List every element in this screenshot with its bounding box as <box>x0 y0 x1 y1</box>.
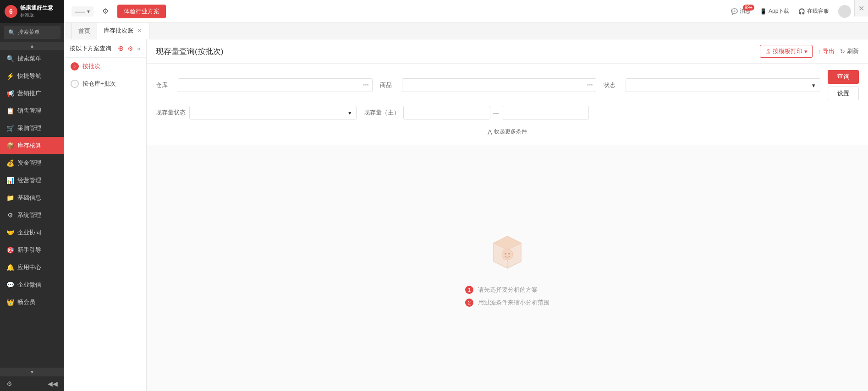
dropdown-placeholder: ▬▬ <box>75 9 85 14</box>
collapse-icon[interactable]: ◀◀ <box>48 380 58 387</box>
tab-库存批次账[interactable]: 库存批次账✕ <box>97 23 149 39</box>
collapse-btn[interactable]: ⋀ 收起更多条件 <box>488 128 527 136</box>
nav-label: 资金管理 <box>17 159 41 167</box>
nav-label: 基础信息 <box>17 194 41 202</box>
refresh-label: 刷新 <box>847 47 859 55</box>
scroll-up-arrow[interactable]: ▲ <box>0 42 64 50</box>
gear-icon: ⚙ <box>102 7 109 16</box>
stock-quantity-max[interactable] <box>502 106 589 119</box>
app-download-label: App下载 <box>769 7 789 15</box>
sidebar-item-新手引导[interactable]: 🎯 新手引导 <box>0 241 64 259</box>
step-1-text: 请先选择要分析的方案 <box>478 286 538 294</box>
nav-label: 系统管理 <box>17 211 41 219</box>
print-btn[interactable]: 🖨 按模板打印 ▾ <box>760 45 813 58</box>
topbar: ▬▬ ▾ ⚙ 体验行业方案 💬 消息 99+ 📱 App下载 🎧 在线客服 <box>64 0 868 23</box>
step-2-text: 用过滤条件来缩小分析范围 <box>478 299 549 307</box>
sidebar-search[interactable]: 🔍 搜索菜单 <box>4 26 60 39</box>
sidebar-item-营销推广[interactable]: 📢 营销推广 <box>0 85 64 102</box>
nav-icon: 💰 <box>6 159 14 167</box>
nav-label: 采购管理 <box>17 124 41 132</box>
sidebar-item-基础信息[interactable]: 📁 基础信息 <box>0 189 64 206</box>
refresh-btn[interactable]: ↻ 刷新 <box>840 47 859 55</box>
message-badge: 99+ <box>743 5 754 11</box>
left-panel-actions: ⊕ ⚙ « <box>118 44 141 53</box>
settings-icon[interactable]: ⚙ <box>6 380 12 387</box>
sidebar-item-应用中心[interactable]: 🔔 应用中心 <box>0 259 64 276</box>
left-panel-title: 按以下方案查询 <box>70 44 111 53</box>
svg-point-5 <box>508 253 510 255</box>
nav-label: 快捷导航 <box>17 72 41 80</box>
chevron-down-icon: ▾ <box>812 82 815 89</box>
chevron-down-icon: ▾ <box>87 8 90 15</box>
stock-status-label: 现存量状态 <box>156 109 186 117</box>
nav-icon: 📁 <box>6 194 14 201</box>
product-input[interactable] <box>402 78 597 92</box>
scroll-down-arrow[interactable]: ▼ <box>0 368 64 376</box>
nav-label: 应用中心 <box>17 263 41 272</box>
phone-icon: 📱 <box>760 8 767 15</box>
warehouse-input[interactable] <box>178 78 373 92</box>
sidebar-item-资金管理[interactable]: 💰 资金管理 <box>0 154 64 172</box>
plan-item-按批次[interactable]: ○ 按批次 <box>64 58 146 75</box>
sidebar-item-库存核算[interactable]: 📦 库存核算 <box>0 137 64 154</box>
settings-btn[interactable]: 设置 <box>828 87 859 100</box>
sidebar-item-企业微信[interactable]: 💬 企业微信 <box>0 276 64 293</box>
online-service-btn[interactable]: 🎧 在线客服 <box>798 7 829 15</box>
page-header-actions: 🖨 按模板打印 ▾ ↑ 导出 ↻ 刷新 <box>760 45 859 58</box>
sidebar-item-企业协同[interactable]: 🤝 企业协同 <box>0 224 64 241</box>
page-title: 现存量查询(按批次) <box>156 46 223 57</box>
topbar-dropdown[interactable]: ▬▬ ▾ <box>71 6 93 16</box>
collapse-label: 收起更多条件 <box>494 128 527 136</box>
plan-item-按仓库+批次[interactable]: ○ 按仓库+批次 <box>64 75 146 92</box>
query-btn[interactable]: 查询 <box>828 70 859 84</box>
sidebar-item-系统管理[interactable]: ⚙ 系统管理 <box>0 206 64 224</box>
product-label: 商品 <box>380 81 398 89</box>
status-select[interactable]: ▾ <box>626 78 820 92</box>
sidebar: 6 畅康通好生意 标准版 🔍 搜索菜单 ▲ 🔍 搜索菜单 ⚡ 快捷导航 📢 营销… <box>0 0 64 391</box>
collapse-left-btn[interactable]: « <box>137 45 141 52</box>
avatar <box>838 5 851 18</box>
nav-label: 经营管理 <box>17 176 41 185</box>
page-header: 现存量查询(按批次) 🖨 按模板打印 ▾ ↑ 导出 ↻ 刷新 <box>147 39 868 64</box>
online-service-label: 在线客服 <box>807 7 829 15</box>
tab-label: 首页 <box>78 27 90 35</box>
down-icon: ▼ <box>30 369 34 375</box>
empty-state: 1 请先选择要分析的方案 2 用过滤条件来缩小分析范围 <box>147 145 868 391</box>
stock-quantity-range: — <box>403 106 589 119</box>
sidebar-item-畅会员[interactable]: 👑 畅会员 <box>0 293 64 311</box>
edit-plan-btn[interactable]: ⚙ <box>127 45 133 52</box>
empty-step-1: 1 请先选择要分析的方案 <box>465 286 549 294</box>
stock-status-select[interactable]: ▾ <box>189 106 357 119</box>
trial-btn[interactable]: 体验行业方案 <box>117 5 166 18</box>
tab-close-btn[interactable]: ✕ <box>136 27 143 35</box>
topbar-settings-btn[interactable]: ⚙ <box>99 5 112 18</box>
stock-quantity-min[interactable] <box>403 106 490 119</box>
export-btn[interactable]: ↑ 导出 <box>818 47 835 55</box>
nav-label: 销售管理 <box>17 107 41 115</box>
tabbar: 首页库存批次账✕ ✕ <box>64 23 868 39</box>
sidebar-item-经营管理[interactable]: 📊 经营管理 <box>0 172 64 189</box>
up-icon: ▲ <box>30 43 34 49</box>
nav-icon: 📋 <box>6 107 14 114</box>
sidebar-item-搜索菜单[interactable]: 🔍 搜索菜单 <box>0 50 64 67</box>
close-panel-btn[interactable]: ✕ <box>854 0 868 16</box>
main-content: ▬▬ ▾ ⚙ 体验行业方案 💬 消息 99+ 📱 App下载 🎧 在线客服 <box>64 0 868 391</box>
sidebar-item-销售管理[interactable]: 📋 销售管理 <box>0 102 64 119</box>
warehouse-dots-icon: ••• <box>363 82 369 88</box>
sidebar-item-采购管理[interactable]: 🛒 采购管理 <box>0 119 64 137</box>
chevron-down-icon: ▾ <box>804 48 808 55</box>
sidebar-nav: 🔍 搜索菜单 ⚡ 快捷导航 📢 营销推广 📋 销售管理 🛒 采购管理 📦 库存核… <box>0 50 64 368</box>
add-plan-btn[interactable]: ⊕ <box>118 44 124 53</box>
nav-icon: 🛒 <box>6 125 14 132</box>
nav-label: 营销推广 <box>17 89 41 98</box>
tab-首页[interactable]: 首页 <box>71 23 97 39</box>
app-download-btn[interactable]: 📱 App下载 <box>760 7 789 15</box>
stock-status-filter: 现存量状态 ▾ <box>156 106 357 119</box>
nav-icon: 📊 <box>6 177 14 184</box>
nav-icon: 💬 <box>6 281 14 288</box>
filter-row-1: 仓库 ••• 商品 ••• 状态 <box>156 70 859 100</box>
sidebar-item-快捷导航[interactable]: ⚡ 快捷导航 <box>0 67 64 85</box>
filter-area: 仓库 ••• 商品 ••• 状态 <box>147 64 868 145</box>
message-btn[interactable]: 💬 消息 99+ <box>731 7 751 15</box>
chevron-down-icon: ▾ <box>348 109 352 116</box>
